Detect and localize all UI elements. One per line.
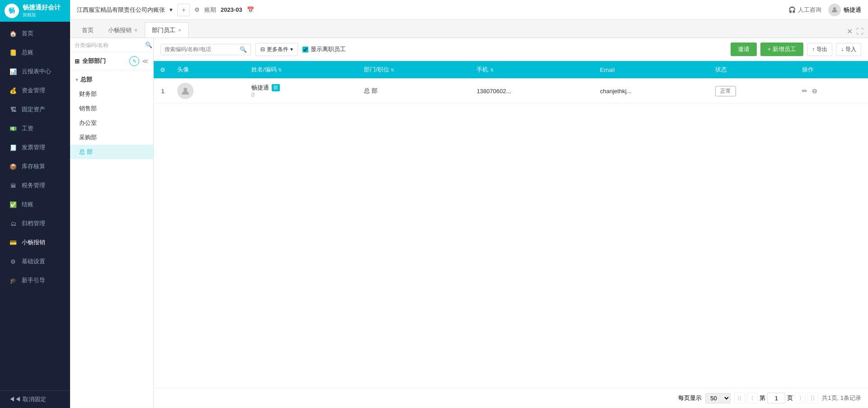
add-company-button[interactable]: ＋: [177, 4, 190, 16]
sidebar-item-checkout[interactable]: ✅ 结账: [0, 195, 70, 214]
invite-button[interactable]: 邀请: [731, 43, 757, 56]
dept-item-general[interactable]: 总 部: [70, 145, 153, 159]
cell-phone: 138070602...: [471, 78, 594, 104]
col-email: Email: [594, 61, 710, 78]
cancel-fixed-label: ◀◀ 取消固定: [9, 395, 46, 403]
add-emp-button[interactable]: + 新增员工: [760, 43, 803, 56]
left-panel: 🔍 ⊞ 全部部门 ✎ ≪ ▼ 总部 财务部: [70, 38, 154, 408]
sidebar-item-invoice[interactable]: 🧾 发票管理: [0, 138, 70, 157]
company-dropdown[interactable]: ▾: [170, 6, 173, 13]
tree-header: ⊞ 全部部门 ✎ ≪: [70, 52, 153, 70]
all-dept-label: 全部部门: [82, 57, 106, 65]
col-dept-sort-icon[interactable]: ⇅: [391, 67, 394, 72]
emp-search-input[interactable]: [165, 46, 237, 52]
cell-dept: 总 部: [359, 78, 471, 104]
sidebar-item-reports[interactable]: 📊 云报表中心: [0, 62, 70, 81]
service-button[interactable]: 🎧 人工咨询: [788, 6, 821, 14]
tab-home[interactable]: 首页: [75, 22, 101, 38]
per-page-select[interactable]: 50 100 200: [705, 393, 731, 403]
company-name: 江西服宝精品有限责任公司内账张: [77, 6, 165, 14]
sidebar-item-guide[interactable]: 🎓 新手引导: [0, 271, 70, 290]
col-dept[interactable]: 部门/职位 ⇅: [359, 61, 471, 78]
service-label: 人工咨询: [798, 6, 821, 14]
dept-item-finance[interactable]: 财务部: [70, 87, 153, 101]
sidebar-label-home: 首页: [22, 29, 33, 38]
dept-grid-icon: ⊞: [75, 58, 80, 65]
sidebar-label-funds: 资金管理: [22, 86, 45, 95]
page-first-button[interactable]: ⟨⟨: [734, 393, 745, 403]
status-badge: 正常: [715, 86, 736, 96]
tab-expense-label: 小畅报销: [108, 26, 132, 34]
avatar: [177, 83, 193, 99]
page-last-button[interactable]: ⟩⟩: [807, 393, 818, 403]
logo-title: 畅捷通好会计: [23, 4, 61, 12]
dept-item-finance-label: 财务部: [79, 90, 97, 98]
topbar-right: 🎧 人工咨询 畅捷通: [788, 4, 861, 16]
topbar-settings-icon[interactable]: ⚙: [194, 6, 200, 13]
dept-search-input[interactable]: [75, 42, 142, 48]
dept-item-sales[interactable]: 销售部: [70, 101, 153, 116]
export-icon: ↑: [812, 46, 815, 52]
sidebar-item-settings[interactable]: ⚙ 基础设置: [0, 252, 70, 271]
sidebar-item-home[interactable]: 🏠 首页: [0, 24, 70, 43]
col-name[interactable]: 姓名/编码 ⇅: [246, 61, 359, 78]
logo-icon: 畅: [5, 4, 19, 18]
sidebar-item-tax[interactable]: 🏛 税务管理: [0, 176, 70, 195]
sidebar-label-tax: 税务管理: [22, 181, 45, 190]
emp-search-icon[interactable]: 🔍: [240, 46, 247, 53]
tab-dept[interactable]: 部门员工 ×: [145, 22, 189, 38]
sidebar-nav: 🏠 首页 📒 总账 📊 云报表中心 💰 资金管理 🏗 固定资产 💵 工资 🧾 发…: [0, 22, 70, 390]
sidebar-item-inventory[interactable]: 📦 库存核算: [0, 157, 70, 176]
sidebar-item-expense[interactable]: 💳 小畅报销: [0, 233, 70, 252]
tab-expand-icon[interactable]: ⛶: [856, 28, 863, 36]
edit-icon[interactable]: ✏: [802, 87, 807, 95]
user-avatar: [828, 4, 841, 16]
filter-button[interactable]: ⊟ 更多条件 ▾: [255, 43, 298, 56]
collapse-tree-button[interactable]: ≪: [142, 57, 149, 65]
tab-expense[interactable]: 小畅报销 ×: [101, 22, 145, 38]
dept-item-office[interactable]: 办公室: [70, 116, 153, 130]
export-button[interactable]: ↑ 导出: [807, 43, 832, 56]
tab-expense-close[interactable]: ×: [134, 27, 137, 33]
show-resigned-checkbox[interactable]: 显示离职员工: [302, 45, 346, 53]
cancel-fixed-button[interactable]: ◀◀ 取消固定: [0, 390, 70, 408]
dept-item-purchase[interactable]: 采购部: [70, 130, 153, 145]
page-next-button[interactable]: ⟩: [795, 393, 806, 403]
tab-dept-close[interactable]: ×: [178, 27, 181, 33]
sidebar-item-archive[interactable]: 🗂 归档管理: [0, 214, 70, 233]
per-page-label: 每页显示: [678, 394, 702, 402]
import-button[interactable]: ↓ 导入: [836, 43, 861, 56]
col-name-sort-icon[interactable]: ⇅: [278, 67, 282, 72]
right-panel: 🔍 ⊟ 更多条件 ▾ 显示离职员工 邀请 + 新增员工 ↑ 导出: [154, 38, 868, 408]
col-phone-sort-icon[interactable]: ⇅: [490, 67, 494, 72]
sidebar-item-ledger[interactable]: 📒 总账: [0, 43, 70, 62]
tab-home-label: 首页: [82, 26, 94, 34]
emp-search-bar: 🔍: [160, 44, 251, 55]
logout-icon[interactable]: ⊖: [812, 87, 817, 95]
period-label: 账期: [204, 6, 216, 14]
sidebar-item-salary[interactable]: 💵 工资: [0, 119, 70, 138]
col-phone[interactable]: 手机 ⇅: [471, 61, 594, 78]
page-input[interactable]: [767, 393, 785, 403]
calendar-icon[interactable]: 📅: [247, 6, 254, 13]
sidebar-item-assets[interactable]: 🏗 固定资产: [0, 100, 70, 119]
emp-table-container: ⚙ 头像 姓名/编码 ⇅ 部门/职位 ⇅ 手机: [154, 61, 868, 388]
content-area: 🔍 ⊞ 全部部门 ✎ ≪ ▼ 总部 财务部: [70, 38, 868, 408]
resigned-checkbox-input[interactable]: [302, 47, 308, 52]
table-header-row: ⚙ 头像 姓名/编码 ⇅ 部门/职位 ⇅ 手机: [154, 61, 868, 78]
sidebar-label-guide: 新手引导: [22, 276, 45, 285]
dept-search-icon[interactable]: 🔍: [145, 42, 152, 48]
col-gear[interactable]: ⚙: [154, 61, 172, 78]
col-dept-label: 部门/职位: [364, 66, 389, 73]
import-label: 导入: [845, 46, 856, 53]
add-dept-button[interactable]: ✎: [129, 56, 139, 66]
sidebar-item-funds[interactable]: 💰 资金管理: [0, 81, 70, 100]
logo[interactable]: 畅 畅捷通好会计 旗舰版: [0, 0, 70, 22]
tab-close-all-icon[interactable]: ✕: [847, 27, 853, 36]
user-info[interactable]: 畅捷通: [828, 4, 861, 16]
guide-icon: 🎓: [9, 276, 17, 285]
assets-icon: 🏗: [9, 105, 17, 114]
emp-name: 畅捷通: [251, 84, 269, 92]
page-prev-button[interactable]: ⟨: [747, 393, 758, 403]
dropdown-arrow-icon: ▾: [170, 6, 173, 13]
